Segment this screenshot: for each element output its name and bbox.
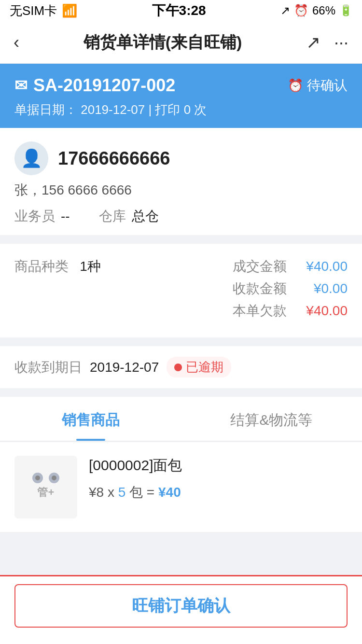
battery-icon: 🔋 <box>339 4 352 17</box>
status-badge: ⏰ 待确认 <box>288 76 348 95</box>
clock-icon: ⏰ <box>288 78 303 93</box>
due-date-value: 2019-12-07 <box>90 360 159 375</box>
due-date-label: 收款到期日 <box>14 358 82 377</box>
owl-left-eye-icon <box>32 473 43 483</box>
tab-settlement[interactable]: 结算&物流等 <box>181 397 362 441</box>
customer-phone: 17666666666 <box>58 148 170 169</box>
calc-equals: = <box>147 485 158 500</box>
status-time: 下午3:28 <box>152 1 206 20</box>
customer-meta: 业务员 -- 仓库 总仓 <box>14 207 348 225</box>
confirm-order-button[interactable]: 旺铺订单确认 <box>14 584 348 628</box>
transaction-value: ¥40.00 <box>306 259 348 274</box>
warehouse-label: 仓库 <box>99 207 126 225</box>
warehouse-value: 总仓 <box>132 207 159 225</box>
status-text: 待确认 <box>307 76 348 95</box>
header-card: ✉ SA-20191207-002 ⏰ 待确认 单据日期： 2019-12-07… <box>0 64 362 128</box>
wifi-icon: 📶 <box>62 3 77 18</box>
tab-settlement-label: 结算&物流等 <box>230 412 312 428</box>
product-item: 管+ [0000002]面包 ¥8 x 5 包 = ¥40 <box>0 442 362 532</box>
header-top: ✉ SA-20191207-002 ⏰ 待确认 <box>14 75 348 96</box>
due-date-section: 收款到期日 2019-12-07 已逾期 <box>0 346 362 388</box>
salesman-item: 业务员 -- <box>14 207 70 225</box>
owl-right-eye-icon <box>49 473 59 483</box>
no-sim-label: 无SIM卡 <box>10 2 57 19</box>
customer-top: 👤 17666666666 <box>14 141 348 175</box>
back-button[interactable]: ‹ <box>14 32 19 53</box>
divider-3 <box>0 389 362 397</box>
divider-2 <box>0 338 362 346</box>
date-value: 2019-12-07 <box>81 102 145 117</box>
confirm-btn-container: 旺铺订单确认 <box>0 575 362 644</box>
received-amount-row: 收款金额 ¥0.00 <box>233 280 348 298</box>
avatar: 👤 <box>14 141 48 175</box>
summary-section: 商品种类 1种 成交金额 ¥40.00 收款金额 ¥0.00 本单欠款 ¥40.… <box>0 244 362 337</box>
product-list: 管+ [0000002]面包 ¥8 x 5 包 = ¥40 <box>0 442 362 532</box>
product-total: ¥40 <box>158 485 181 500</box>
battery-percent: 66% <box>312 4 335 17</box>
location-icon: ↗ <box>280 4 290 17</box>
warehouse-item: 仓库 总仓 <box>99 207 159 225</box>
product-qty: 5 <box>118 485 126 500</box>
salesman-value: -- <box>61 209 70 224</box>
product-price: ¥8 <box>89 485 104 500</box>
summary-right: 成交金额 ¥40.00 收款金额 ¥0.00 本单欠款 ¥40.00 <box>233 257 348 324</box>
print-text: | 打印 0 次 <box>148 102 207 117</box>
overdue-text: 已逾期 <box>186 359 223 376</box>
owl-text-icon: 管+ <box>37 485 55 500</box>
customer-name: 张，156 6666 6666 <box>14 181 348 199</box>
owl-eyes-icon <box>32 473 59 483</box>
tab-products-label: 销售商品 <box>62 412 120 428</box>
calc-times: x <box>108 485 118 500</box>
more-icon[interactable]: ··· <box>334 32 348 53</box>
product-image: 管+ <box>14 456 77 518</box>
page-title: 销货单详情(来自旺铺) <box>84 31 242 54</box>
product-calculation: ¥8 x 5 包 = ¥40 <box>89 483 348 502</box>
overdue-badge: 已逾期 <box>167 357 231 378</box>
share-icon[interactable]: ↗ <box>306 32 320 53</box>
order-id-text: SA-20191207-002 <box>33 75 175 96</box>
owed-value: ¥40.00 <box>306 303 348 319</box>
order-id: ✉ SA-20191207-002 <box>14 75 175 96</box>
order-date: 单据日期： 2019-12-07 | 打印 0 次 <box>14 101 348 118</box>
overdue-dot-icon <box>174 364 182 371</box>
order-icon: ✉ <box>14 76 28 95</box>
product-info: [0000002]面包 ¥8 x 5 包 = ¥40 <box>89 456 348 502</box>
received-label: 收款金额 <box>233 280 287 298</box>
transaction-label: 成交金额 <box>233 257 287 276</box>
owed-amount-row: 本单欠款 ¥40.00 <box>233 302 348 320</box>
customer-section: 👤 17666666666 张，156 6666 6666 业务员 -- 仓库 … <box>0 128 362 235</box>
nav-bar: ‹ 销货单详情(来自旺铺) ↗ ··· <box>0 21 362 64</box>
summary-left: 商品种类 1种 <box>14 257 101 276</box>
owed-label: 本单欠款 <box>233 302 287 320</box>
tab-products[interactable]: 销售商品 <box>0 397 181 441</box>
product-unit: 包 <box>129 485 143 500</box>
product-type-value: 1种 <box>80 259 101 274</box>
status-bar: 无SIM卡 📶 下午3:28 ↗ ⏰ 66% 🔋 <box>0 0 362 21</box>
divider-1 <box>0 236 362 244</box>
status-right: ↗ ⏰ 66% 🔋 <box>280 4 352 17</box>
alarm-icon: ⏰ <box>294 4 308 17</box>
product-name: [0000002]面包 <box>89 456 348 476</box>
tabs-container: 销售商品 结算&物流等 <box>0 397 362 441</box>
received-value: ¥0.00 <box>314 281 348 296</box>
transaction-amount-row: 成交金额 ¥40.00 <box>233 257 348 276</box>
date-label: 单据日期： <box>14 102 77 117</box>
product-thumbnail: 管+ <box>27 473 65 502</box>
status-left: 无SIM卡 📶 <box>10 2 77 19</box>
nav-actions: ↗ ··· <box>306 32 348 53</box>
product-type-label: 商品种类 <box>14 259 69 274</box>
salesman-label: 业务员 <box>14 207 55 225</box>
